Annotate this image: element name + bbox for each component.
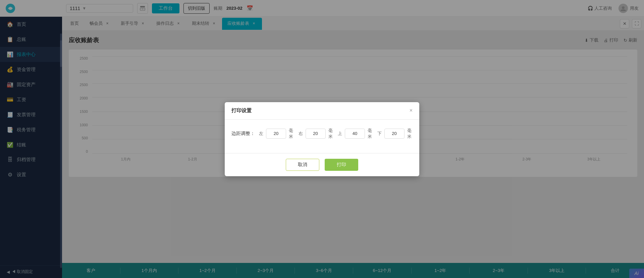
bottom-label: 下 <box>377 131 382 137</box>
modal-body: 边距调整： 左 毫米 右 毫米 上 毫米 下 <box>225 120 419 153</box>
left-margin-group: 左 毫米 <box>259 128 294 140</box>
top-unit: 毫米 <box>368 128 373 140</box>
left-unit: 毫米 <box>289 128 294 140</box>
modal-title: 打印设置 <box>231 108 252 114</box>
top-label: 上 <box>338 131 342 137</box>
top-margin-group: 上 毫米 <box>338 128 373 140</box>
right-margin-group: 右 毫米 <box>299 128 334 140</box>
margin-form-row: 边距调整： 左 毫米 右 毫米 上 毫米 下 <box>231 128 413 140</box>
bottom-margin-group: 下 毫米 <box>377 128 413 140</box>
right-margin-input[interactable] <box>306 129 326 139</box>
margin-label: 边距调整： <box>231 131 255 137</box>
cancel-button[interactable]: 取消 <box>286 159 319 171</box>
top-margin-input[interactable] <box>345 129 365 139</box>
left-margin-input[interactable] <box>266 129 286 139</box>
modal-footer: 取消 打印 <box>225 153 419 176</box>
bottom-unit: 毫米 <box>407 128 413 140</box>
print-dialog: 打印设置 × 边距调整： 左 毫米 右 毫米 上 毫米 <box>225 102 419 176</box>
modal-overlay[interactable]: 打印设置 × 边距调整： 左 毫米 右 毫米 上 毫米 <box>0 0 644 278</box>
modal-header: 打印设置 × <box>225 102 419 120</box>
print-confirm-button[interactable]: 打印 <box>325 159 358 171</box>
left-label: 左 <box>259 131 263 137</box>
bottom-margin-input[interactable] <box>384 129 405 139</box>
modal-close-icon[interactable]: × <box>410 108 413 114</box>
right-label: 右 <box>299 131 303 137</box>
right-unit: 毫米 <box>328 128 334 140</box>
